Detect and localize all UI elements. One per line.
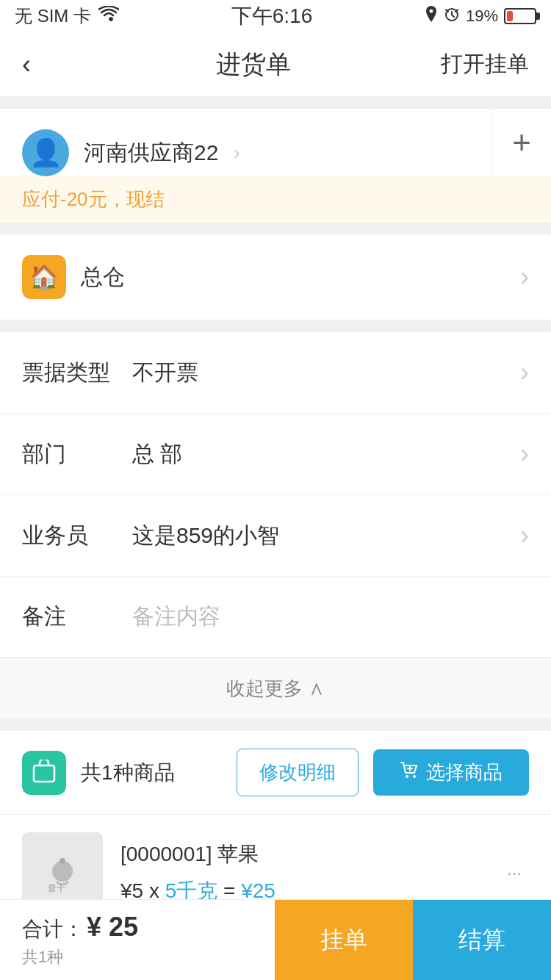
svg-point-4 — [52, 861, 73, 882]
warehouse-chevron-icon — [520, 262, 529, 292]
salesperson-value: 这是859的小智 — [132, 521, 520, 551]
ticket-type-label: 票据类型 — [22, 358, 132, 388]
department-chevron-icon — [520, 439, 529, 469]
open-hang-button[interactable]: 打开挂单 — [441, 49, 529, 79]
svg-rect-1 — [34, 765, 54, 782]
department-row[interactable]: 部门 总 部 — [0, 414, 551, 495]
remark-row[interactable]: 备注 备注内容 — [0, 577, 551, 657]
svg-text:督十: 督十 — [48, 883, 65, 893]
warehouse-name: 总仓 — [81, 262, 520, 292]
status-time: 下午6:16 — [231, 2, 313, 30]
select-product-button[interactable]: 选择商品 — [373, 749, 529, 796]
ticket-type-value: 不开票 — [132, 358, 520, 388]
alarm-icon — [444, 6, 460, 26]
battery-percent: 19% — [466, 7, 498, 26]
salesperson-label: 业务员 — [22, 521, 132, 551]
product-count-text: 共1种商品 — [81, 759, 222, 787]
supplier-name: 河南供应商22 — [84, 138, 218, 168]
page-title: 进货单 — [216, 48, 291, 82]
product-title: 苹果 — [217, 843, 259, 865]
section-gap-3 — [0, 320, 551, 332]
ticket-type-row[interactable]: 票据类型 不开票 — [0, 332, 551, 414]
location-icon — [425, 6, 438, 26]
cart-icon — [400, 761, 420, 784]
status-bar: 无 SIM 卡 下午6:16 19% — [0, 0, 551, 32]
warehouse-icon: 🏠 — [22, 255, 66, 299]
supplier-hint: 应付-20元，现结 — [0, 176, 551, 223]
total-label: 合计： — [22, 915, 84, 943]
total-section: 合计： ¥ 25 共1种 — [0, 900, 275, 980]
svg-point-5 — [60, 858, 65, 864]
product-code: [0000001] — [120, 843, 217, 865]
form-section: 票据类型 不开票 部门 总 部 业务员 这是859的小智 备注 备注内容 — [0, 332, 551, 657]
ticket-type-chevron-icon — [520, 357, 529, 388]
total-count: 共1种 — [22, 946, 253, 968]
warehouse-row[interactable]: 🏠 总仓 — [0, 234, 551, 320]
status-left: 无 SIM 卡 — [15, 4, 119, 28]
salesperson-chevron-icon — [520, 520, 529, 551]
svg-point-2 — [406, 775, 408, 778]
collapse-button[interactable]: 收起更多 ∧ — [0, 657, 551, 719]
select-product-label: 选择商品 — [426, 760, 503, 785]
carrier-label: 无 SIM 卡 — [15, 4, 91, 28]
total-amount: ¥ 25 — [87, 912, 138, 943]
add-supplier-button[interactable]: + — [492, 109, 551, 176]
salesperson-row[interactable]: 业务员 这是859的小智 — [0, 495, 551, 577]
status-right: 19% — [425, 6, 536, 26]
remark-label: 备注 — [22, 602, 132, 632]
department-value: 总 部 — [132, 439, 520, 469]
product-more-button[interactable]: ··· — [500, 855, 529, 890]
battery-icon — [504, 8, 536, 24]
supplier-section: 👤 河南供应商22 › + 应付-20元，现结 — [0, 109, 551, 223]
bottom-bar: 合计： ¥ 25 共1种 挂单 结算 — [0, 899, 551, 980]
person-icon: 👤 — [29, 137, 62, 168]
wifi-icon — [98, 6, 119, 26]
section-gap-2 — [0, 223, 551, 234]
product-info: [0000001] 苹果 ¥5 x 5千克 = ¥25 — [120, 840, 482, 905]
supplier-selector[interactable]: 👤 河南供应商22 › — [0, 109, 492, 176]
hang-button[interactable]: 挂单 — [275, 900, 413, 980]
section-gap-1 — [0, 97, 551, 109]
nav-bar: ‹ 进货单 打开挂单 — [0, 32, 551, 97]
checkout-button[interactable]: 结算 — [413, 900, 551, 980]
products-icon — [22, 751, 66, 795]
products-header: 共1种商品 修改明细 选择商品 — [0, 731, 551, 814]
remark-input[interactable]: 备注内容 — [132, 602, 529, 632]
department-label: 部门 — [22, 439, 132, 469]
product-name: [0000001] 苹果 — [120, 840, 482, 868]
supplier-chevron-icon: › — [218, 141, 254, 165]
svg-point-3 — [413, 775, 416, 778]
edit-detail-button[interactable]: 修改明细 — [237, 749, 359, 796]
back-button[interactable]: ‹ — [22, 49, 66, 80]
avatar: 👤 — [22, 129, 69, 176]
